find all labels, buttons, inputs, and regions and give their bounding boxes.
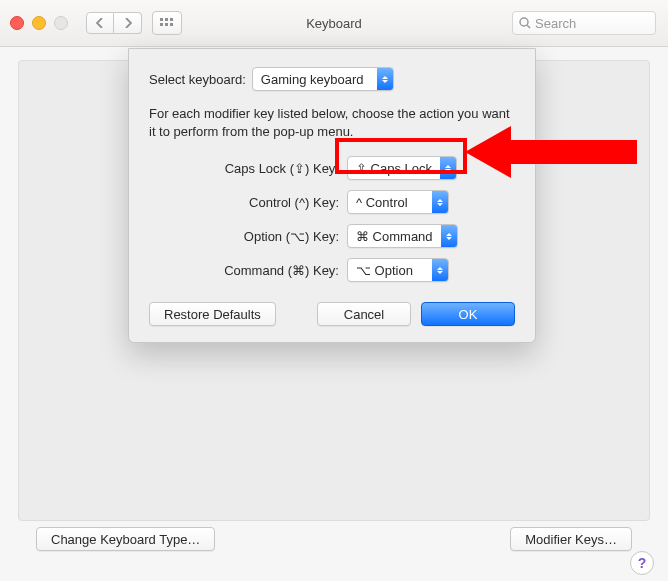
svg-line-7 — [527, 25, 530, 28]
search-field[interactable]: Search — [512, 11, 656, 35]
close-window-button[interactable] — [10, 16, 24, 30]
caps-lock-label: Caps Lock (⇪) Key: — [149, 161, 339, 176]
select-keyboard-label: Select keyboard: — [149, 72, 246, 87]
search-icon — [519, 17, 531, 29]
popup-arrows-icon — [377, 68, 393, 90]
popup-arrows-icon — [432, 259, 448, 281]
caps-lock-popup[interactable]: ⇪ Caps Lock — [347, 156, 457, 180]
show-all-button[interactable] — [152, 11, 182, 35]
modifier-keys-sheet: Select keyboard: Gaming keyboard For eac… — [128, 48, 536, 343]
help-icon: ? — [638, 555, 647, 571]
command-label: Command (⌘) Key: — [149, 263, 339, 278]
restore-defaults-button[interactable]: Restore Defaults — [149, 302, 276, 326]
svg-rect-3 — [160, 23, 163, 26]
modifier-keys-button[interactable]: Modifier Keys… — [510, 527, 632, 551]
option-popup[interactable]: ⌘ Command — [347, 224, 458, 248]
select-keyboard-popup[interactable]: Gaming keyboard — [252, 67, 394, 91]
svg-rect-2 — [170, 18, 173, 21]
chevron-right-icon — [124, 18, 132, 28]
control-value: ^ Control — [348, 195, 432, 210]
svg-rect-4 — [165, 23, 168, 26]
control-label: Control (^) Key: — [149, 195, 339, 210]
grid-icon — [160, 18, 174, 28]
option-label: Option (⌥) Key: — [149, 229, 339, 244]
command-value: ⌥ Option — [348, 263, 432, 278]
popup-arrows-icon — [440, 157, 456, 179]
svg-point-6 — [520, 18, 528, 26]
forward-button[interactable] — [114, 12, 142, 34]
chevron-left-icon — [96, 18, 104, 28]
popup-arrows-icon — [441, 225, 457, 247]
svg-rect-5 — [170, 23, 173, 26]
command-popup[interactable]: ⌥ Option — [347, 258, 449, 282]
popup-arrows-icon — [432, 191, 448, 213]
dialog-hint: For each modifier key listed below, choo… — [149, 105, 515, 140]
traffic-lights — [10, 16, 68, 30]
help-button[interactable]: ? — [630, 551, 654, 575]
titlebar: Keyboard Search — [0, 0, 668, 47]
control-popup[interactable]: ^ Control — [347, 190, 449, 214]
bottom-button-row: Change Keyboard Type… Modifier Keys… — [36, 527, 632, 551]
zoom-window-button[interactable] — [54, 16, 68, 30]
caps-lock-value: ⇪ Caps Lock — [348, 161, 440, 176]
option-value: ⌘ Command — [348, 229, 441, 244]
select-keyboard-value: Gaming keyboard — [253, 72, 377, 87]
preferences-window: Keyboard Search Select keyboard: Gaming … — [0, 0, 668, 581]
back-button[interactable] — [86, 12, 114, 34]
change-keyboard-type-button[interactable]: Change Keyboard Type… — [36, 527, 215, 551]
cancel-button[interactable]: Cancel — [317, 302, 411, 326]
svg-rect-1 — [165, 18, 168, 21]
ok-button[interactable]: OK — [421, 302, 515, 326]
svg-rect-0 — [160, 18, 163, 21]
minimize-window-button[interactable] — [32, 16, 46, 30]
search-placeholder: Search — [535, 16, 576, 31]
nav-buttons — [86, 12, 142, 34]
